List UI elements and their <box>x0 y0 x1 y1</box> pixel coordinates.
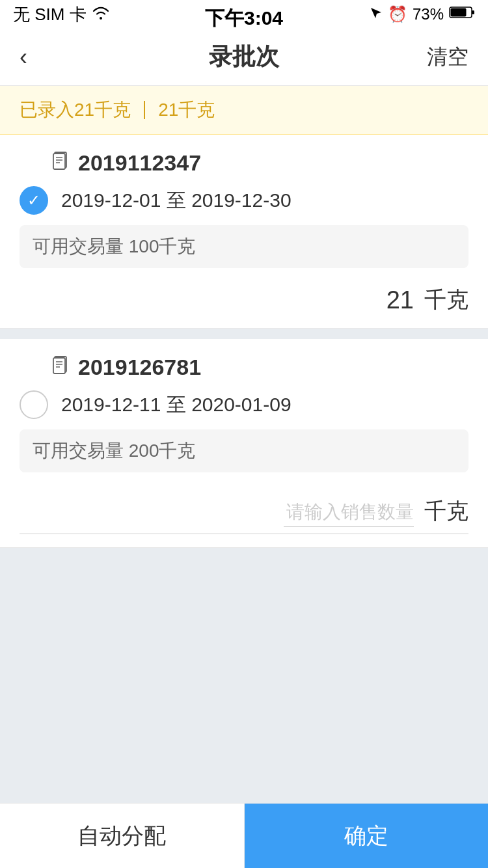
batch-input-row-1: 21 千克 <box>0 278 488 329</box>
status-right: ⏰ 73% <box>370 5 475 23</box>
batch-date-1: 2019-12-01 至 2019-12-30 <box>61 187 291 214</box>
auto-distribute-button[interactable]: 自动分配 <box>0 804 245 868</box>
carrier-text: 无 SIM 卡 <box>13 3 87 26</box>
batch-id-1: 2019112347 <box>78 150 201 176</box>
battery-icon <box>449 5 475 23</box>
batch-unit-2: 千克 <box>424 496 468 526</box>
batch-input-row-2: 千克 <box>0 483 488 548</box>
batch-radio-1[interactable]: ✓ <box>20 186 48 215</box>
wifi-icon <box>92 5 110 25</box>
batch-date-row-1[interactable]: ✓ 2019-12-01 至 2019-12-30 <box>0 181 488 220</box>
batch-availability-1: 可用交易量 100千克 <box>20 225 468 268</box>
bottom-bar: 自动分配 确定 <box>0 803 488 868</box>
batch-date-2: 2019-12-11 至 2020-01-09 <box>61 392 291 418</box>
status-time: 下午3:04 <box>205 5 283 32</box>
batch-date-row-2[interactable]: 2019-12-11 至 2020-01-09 <box>0 385 488 424</box>
batch-radio-2[interactable] <box>20 390 48 419</box>
banner-divider <box>144 101 145 119</box>
alarm-icon: ⏰ <box>388 5 407 23</box>
batch-unit-1: 千克 <box>424 285 468 315</box>
svg-rect-9 <box>53 358 65 373</box>
status-left: 无 SIM 卡 <box>13 3 110 26</box>
empty-background-area <box>0 548 488 808</box>
input-line-2: 千克 <box>20 489 468 534</box>
page-title: 录批次 <box>209 41 279 73</box>
batch-quantity-input-2[interactable] <box>284 496 414 527</box>
nav-bar: ‹ 录批次 清空 <box>0 29 488 86</box>
confirm-button[interactable]: 确定 <box>245 804 489 868</box>
batch-header-2: 2019126781 <box>0 339 488 385</box>
clear-button[interactable]: 清空 <box>427 43 468 72</box>
gps-icon <box>370 5 383 23</box>
svg-rect-1 <box>472 10 474 14</box>
back-button[interactable]: ‹ <box>20 44 27 71</box>
status-bar: 无 SIM 卡 下午3:04 ⏰ 73% <box>0 0 488 29</box>
section-separator <box>0 329 488 339</box>
svg-rect-2 <box>451 8 467 17</box>
batch-availability-2: 可用交易量 200千克 <box>20 429 468 472</box>
recorded-amount-value: 21千克 <box>158 98 215 122</box>
check-icon-1: ✓ <box>27 191 40 210</box>
batch-card-2: 2019126781 2019-12-11 至 2020-01-09 可用交易量… <box>0 339 488 548</box>
batch-doc-icon-2 <box>52 355 72 379</box>
batch-id-2: 2019126781 <box>78 355 201 380</box>
info-banner: 已录入21千克 21千克 <box>0 86 488 135</box>
battery-text: 73% <box>413 5 444 23</box>
batch-header-1: 2019112347 <box>0 135 488 181</box>
recorded-amount-label: 已录入21千克 <box>20 98 131 122</box>
batch-quantity-value-1: 21 <box>386 286 414 314</box>
batch-card-1: 2019112347 ✓ 2019-12-01 至 2019-12-30 可用交… <box>0 135 488 329</box>
content-area: 2019112347 ✓ 2019-12-01 至 2019-12-30 可用交… <box>0 135 488 868</box>
batch-doc-icon-1 <box>52 151 72 175</box>
svg-rect-4 <box>53 154 65 169</box>
